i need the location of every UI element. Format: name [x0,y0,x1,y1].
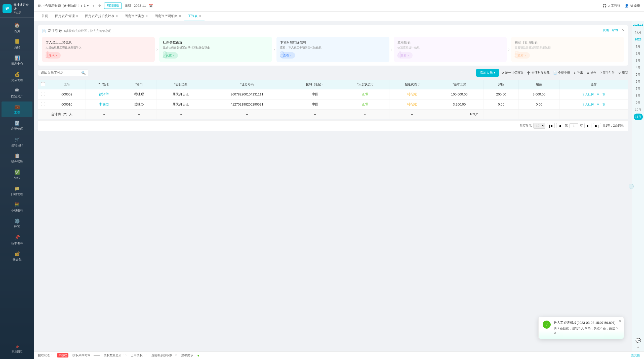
col-header-name[interactable]: ⇅ *姓名 [86,80,122,89]
guide-close-button[interactable]: × [622,28,624,33]
month-item-2[interactable]: 2月 [634,50,643,57]
page-input[interactable] [569,123,578,128]
sidebar-item-expense[interactable]: 🧮 小畅报销 [2,199,32,215]
tab-label: 首页 [42,14,48,18]
sidebar-item-archive[interactable]: 📁 归档管理 [2,183,32,199]
tab-fixed-assets[interactable]: 固定资产管理 × [52,12,82,21]
month-item-11[interactable]: 11月 [634,114,643,120]
deduction-button[interactable]: ➕ 专项附加扣除 [527,71,550,75]
sidebar-item-unpin[interactable]: 📌 取消固定 [3,343,31,356]
sidebar-item-label: 报表中心 [11,62,23,66]
tab-home[interactable]: 首页 [38,12,52,21]
scroll-up-icon[interactable]: ▲ [636,345,640,349]
last-page-button[interactable]: ▶| [593,123,601,128]
tab-close-icon[interactable]: × [179,14,181,18]
sidebar-item-tax[interactable]: 📋 税务管理 [2,150,32,166]
sidebar-item-finance[interactable]: 💰 资金管理 [2,69,32,85]
month-item-7[interactable]: 7月 [634,85,643,92]
tab-salary[interactable]: 工资表 × [184,12,205,21]
recharge-link[interactable]: 去充值 [631,353,640,357]
export-button[interactable]: ⬇ 导出 [574,71,583,75]
col-header-send-status[interactable]: 报送状态 ▽ [389,80,435,89]
toast-close-button[interactable]: × [619,319,621,323]
month-item-dec[interactable]: 12月 [634,29,643,36]
search-icon[interactable]: 🔍 [81,71,86,75]
first-page-button[interactable]: |◀ [547,123,555,128]
add-employee-button[interactable]: 添加人员 ▾ [476,69,499,77]
calendar-icon[interactable]: 📅 [149,4,153,8]
page-size-select[interactable]: 10 20 50 [533,123,545,129]
sidebar-item-guide[interactable]: 📌 新手引导 [2,232,32,248]
month-item-5[interactable]: 5月 [634,71,643,78]
search-input[interactable] [41,71,81,75]
sidebar-item-ledger[interactable]: 📒 总账 [2,36,32,52]
social-security-button[interactable]: ⚙ 统一社保设置 [501,71,523,75]
month-item-9[interactable]: 9月 [634,99,643,106]
step-arrow: › [272,37,276,62]
account-selector[interactable]: 刘小艳演示账套（勿删勿动！）1 ▾ [38,4,89,8]
tab-asset-category[interactable]: 固定资产类别 × [121,12,151,21]
row-checkbox-cell[interactable] [38,99,48,109]
edit-icon[interactable]: ✏ [597,102,599,106]
help-link[interactable]: 帮助 [612,28,618,32]
content-area: 📄 新手引导 5步快速完成设置，快去完善信息吧～ 视频 帮助 × 导入员工工资信… [34,21,644,351]
sidebar-item-assets[interactable]: 🏛 固定资产 [2,85,32,101]
row-checkbox[interactable] [41,92,45,96]
sidebar-item-label: 资金管理 [11,78,23,82]
delete-icon[interactable]: 🗑 [602,92,605,96]
table-row: 000010 李俊杰 总经办 居民身份证 412702198206290521 … [38,99,628,109]
ai-service-button[interactable]: 🎧 人工咨询 [602,4,621,8]
month-item-4[interactable]: 4月 [634,64,643,71]
next-page-button[interactable]: ▶ [584,123,591,128]
name-link[interactable]: 徐泽华 [99,92,109,96]
feedback-icon[interactable]: 💬 [635,338,641,343]
edit-icon[interactable]: ✏ [597,92,599,96]
step-arrow: › [155,37,159,62]
sidebar-item-salary[interactable]: 💼 工资 [2,101,32,117]
tab-close-icon[interactable]: × [76,14,78,18]
sidebar-item-settlement[interactable]: ✅ 结账 [2,167,32,183]
personal-social-link[interactable]: 个人社保 [582,92,594,96]
delete-icon[interactable]: 🗑 [602,102,605,106]
tab-depreciation[interactable]: 固定资产折旧统计表 × [82,12,121,21]
month-item-6[interactable]: 6月 [634,78,643,85]
sidebar-item-invoice[interactable]: 🧾 发票管理 [2,118,32,134]
operations-button[interactable]: ⚙ 操作 [587,71,596,75]
tab-close-icon[interactable]: × [199,14,201,18]
sidebar-item-label: 归档管理 [11,192,23,196]
name-link[interactable]: 李俊杰 [99,102,109,106]
sidebar-item-label: 小畅报销 [11,209,23,213]
settings-gear-icon[interactable]: ⚙ [98,4,101,8]
sidebar-item-home[interactable]: 🏠 首页 [2,20,32,36]
tab-bar: 首页 固定资产管理 × 固定资产折旧统计表 × 固定资产类别 × 固定资产明细账… [34,12,644,21]
row-checkbox[interactable] [41,102,45,106]
cell-id-type: 居民身份证 [156,99,205,109]
personal-social-link[interactable]: 个人社保 [582,102,594,106]
sidebar-item-member[interactable]: 👑 畅会员 [2,248,32,264]
tab-asset-detail[interactable]: 固定资产明细账 × [151,12,184,21]
month-item-10[interactable]: 10月 [634,107,643,113]
month-item-1[interactable]: 1月 [634,43,643,50]
search-box[interactable]: 🔍 [38,70,88,76]
prev-page-button[interactable]: ◀ [556,123,563,128]
sidebar-item-settings[interactable]: ⚙️ 设置 [2,216,32,232]
month-item-3[interactable]: 3月 [634,57,643,64]
side-panel-toggle[interactable]: ‹ [629,184,634,189]
guide-button[interactable]: ? 新手引导 [600,71,615,75]
account-dropdown-icon[interactable]: ▾ [87,4,89,8]
video-link[interactable]: 视频 [603,28,609,32]
row-checkbox-cell[interactable] [38,89,48,99]
tab-close-icon[interactable]: × [146,14,148,18]
tab-close-icon[interactable]: × [116,14,118,18]
add-account-icon[interactable]: ＋ [92,4,95,8]
old-version-button[interactable]: 切到旧版 [104,3,122,9]
refresh-button[interactable]: ↺ 刷新 [618,71,628,75]
tax-report-button[interactable]: 📄 个税申报 [553,71,570,75]
sidebar-item-purchase[interactable]: 🛒 进销台账 [2,134,32,150]
ledger-icon: 📒 [14,39,20,44]
month-item-8[interactable]: 8月 [634,92,643,99]
col-header-status[interactable]: *人员状态 ▽ [341,80,389,89]
sidebar-item-reports[interactable]: 📊 报表中心 [2,53,32,69]
select-all-header[interactable] [38,80,48,89]
select-all-checkbox[interactable] [41,82,45,86]
